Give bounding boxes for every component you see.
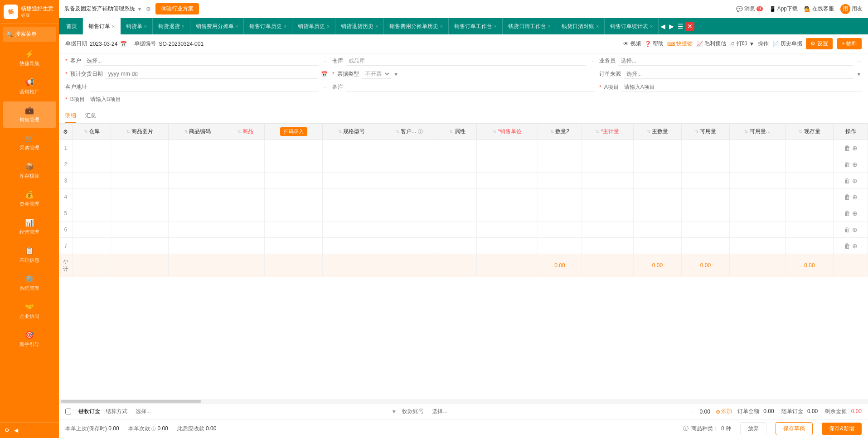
tab-sales-return2[interactable]: 销货退货 ×: [153, 18, 190, 34]
add-material-btn[interactable]: + 物料: [837, 38, 862, 49]
shortcut-btn[interactable]: ⌨ 快捷键: [667, 40, 693, 48]
tab-close-daily-account[interactable]: ×: [596, 24, 599, 29]
tab-sales-return[interactable]: 销货单 ×: [121, 18, 153, 34]
tab-next-btn[interactable]: ▶: [667, 23, 676, 30]
tab-stats[interactable]: 销售订单统计表 ×: [605, 18, 659, 34]
b-project-input[interactable]: [87, 95, 344, 104]
tab-menu-btn[interactable]: ☰: [676, 23, 685, 30]
tab-close-sales-return[interactable]: ×: [144, 24, 147, 29]
note-input[interactable]: [346, 82, 595, 92]
row-delete-icon[interactable]: 🗑: [844, 161, 850, 168]
col-settings[interactable]: ⚙: [59, 124, 73, 140]
row-delete-icon[interactable]: 🗑: [844, 144, 850, 152]
payment-method-input[interactable]: [133, 407, 386, 416]
history-btn[interactable]: 📄 历史单据: [772, 40, 802, 48]
tab-sales-history2[interactable]: 销货单历史 ×: [292, 18, 335, 34]
a-project-input[interactable]: [621, 82, 862, 92]
dropdown-icon[interactable]: ▼: [137, 6, 142, 12]
tab-close-return-history[interactable]: ×: [375, 24, 378, 29]
sidebar-item-system[interactable]: ⚙️ 系统管理: [3, 270, 56, 296]
scan-button[interactable]: 扫码录入: [280, 127, 307, 136]
quick-deposit-check[interactable]: [65, 409, 71, 414]
app-download-btn[interactable]: 📱 App下载: [769, 5, 798, 13]
sidebar-item-operation[interactable]: 📊 经营管理: [3, 214, 56, 240]
quick-deposit-checkbox[interactable]: 一键收订金: [65, 408, 100, 415]
settings-form-btn[interactable]: ⚙ 设置: [806, 38, 832, 49]
customer-input[interactable]: [84, 56, 319, 66]
tab-workbench[interactable]: 销售订单工作台 ×: [449, 18, 503, 34]
salesperson-input[interactable]: [618, 56, 853, 66]
sidebar-item-purchase[interactable]: 🛒 采购管理: [3, 130, 56, 156]
scroll-thumb[interactable]: [61, 400, 201, 403]
tab-prev-btn[interactable]: ◀: [659, 23, 667, 30]
user-btn[interactable]: 用 用友: [840, 4, 863, 14]
add-payment-btn[interactable]: ⊕ 添加: [716, 408, 732, 415]
sidebar-search[interactable]: 🔍 搜索菜单: [3, 27, 56, 42]
row-copy-icon[interactable]: ⊕: [852, 226, 858, 233]
invoice-select[interactable]: 不开票: [362, 69, 391, 79]
row-delete-icon[interactable]: 🗑: [844, 226, 850, 233]
tab-sales-history[interactable]: 销售订单历史 ×: [244, 18, 292, 34]
tab-sales-expense[interactable]: 销售费用分摊单 ×: [190, 18, 244, 34]
sidebar-item-base[interactable]: 📋 基础信息: [3, 242, 56, 268]
row-delete-icon[interactable]: 🗑: [844, 177, 850, 184]
row-delete-icon[interactable]: 🗑: [844, 210, 850, 217]
sidebar-item-enterprise[interactable]: 🤝 企业协同: [3, 298, 56, 324]
tab-return-history[interactable]: 销货退货历史 ×: [335, 18, 384, 34]
payment-account-input[interactable]: [429, 407, 682, 416]
tab-summary[interactable]: 汇总: [85, 110, 96, 123]
tab-sales-order[interactable]: 销售订单 ×: [83, 18, 121, 34]
print-btn[interactable]: 🖨 打印 ▼: [730, 40, 754, 48]
order-source-input[interactable]: [624, 69, 853, 79]
tab-close-return2[interactable]: ×: [182, 24, 184, 29]
tab-home[interactable]: 首页: [61, 18, 83, 34]
tab-expense-history[interactable]: 销售费用分摊单历史 ×: [384, 18, 449, 34]
tab-detail[interactable]: 明细: [65, 110, 76, 123]
sidebar-item-marketing[interactable]: 📢 营销推广: [3, 73, 56, 100]
tab-close-daily-clear[interactable]: ×: [548, 24, 551, 29]
save-button[interactable]: 保存&新增: [822, 423, 862, 435]
row-copy-icon[interactable]: ⊕: [852, 210, 858, 217]
online-service-btn[interactable]: 💁 在线客服: [804, 5, 834, 13]
sidebar-item-finance[interactable]: 💰 资金管理: [3, 186, 56, 212]
sidebar-item-guide[interactable]: 🎯 新手引导: [3, 326, 56, 352]
operate-btn[interactable]: 操作: [758, 40, 769, 48]
row-copy-icon[interactable]: ⊕: [852, 144, 858, 152]
row-copy-icon[interactable]: ⊕: [852, 242, 858, 250]
view-btn[interactable]: 👁 视频: [623, 40, 641, 48]
message-btn[interactable]: 💬 消息 9: [736, 5, 763, 13]
row-copy-icon[interactable]: ⊕: [852, 193, 858, 201]
warehouse-input[interactable]: [346, 56, 586, 66]
tab-close-expense[interactable]: ×: [236, 24, 238, 29]
discard-button[interactable]: 放弃: [740, 422, 766, 435]
row-delete-icon[interactable]: 🗑: [844, 193, 850, 201]
sidebar-item-quick[interactable]: ⚡ 快捷导航: [3, 45, 56, 72]
col-scan[interactable]: 扫码录入: [265, 124, 323, 140]
profit-btn[interactable]: 📈 毛利预估: [696, 40, 726, 48]
calendar2-icon[interactable]: 📅: [321, 71, 328, 77]
help-btn[interactable]: ❓ 帮助: [645, 40, 664, 48]
settings-icon[interactable]: ⚙: [146, 6, 151, 12]
sidebar-collapse-icon[interactable]: ◀: [14, 427, 18, 433]
tab-close-stats[interactable]: ×: [650, 24, 653, 29]
row-copy-icon[interactable]: ⊕: [852, 177, 858, 184]
tab-close-expense-history[interactable]: ×: [440, 24, 443, 29]
calendar-icon[interactable]: 📅: [120, 41, 127, 47]
delivery-input[interactable]: [106, 69, 318, 79]
tab-close-sales-order[interactable]: ×: [112, 24, 115, 29]
horizontal-scrollbar[interactable]: [59, 399, 868, 404]
draft-button[interactable]: 保存草稿: [776, 422, 813, 435]
tab-close-history[interactable]: ×: [284, 24, 286, 29]
sidebar-item-inventory[interactable]: 📦 库存核算: [3, 158, 56, 184]
tab-daily-account[interactable]: 钱货日清对账 ×: [556, 18, 605, 34]
industry-button[interactable]: 体验行业方案: [155, 3, 199, 14]
sidebar-item-sales[interactable]: 💼 销售管理: [3, 101, 56, 128]
tab-close-history2[interactable]: ×: [327, 24, 330, 29]
sidebar-settings-icon[interactable]: ⚙: [5, 427, 10, 433]
tab-daily-clear[interactable]: 钱货日清工作台 ×: [503, 18, 557, 34]
row-copy-icon[interactable]: ⊕: [852, 161, 858, 168]
customer-addr-input[interactable]: [90, 82, 319, 92]
tab-close-all-btn[interactable]: ✕: [685, 22, 694, 31]
row-delete-icon[interactable]: 🗑: [844, 242, 850, 250]
tab-close-workbench[interactable]: ×: [494, 24, 497, 29]
